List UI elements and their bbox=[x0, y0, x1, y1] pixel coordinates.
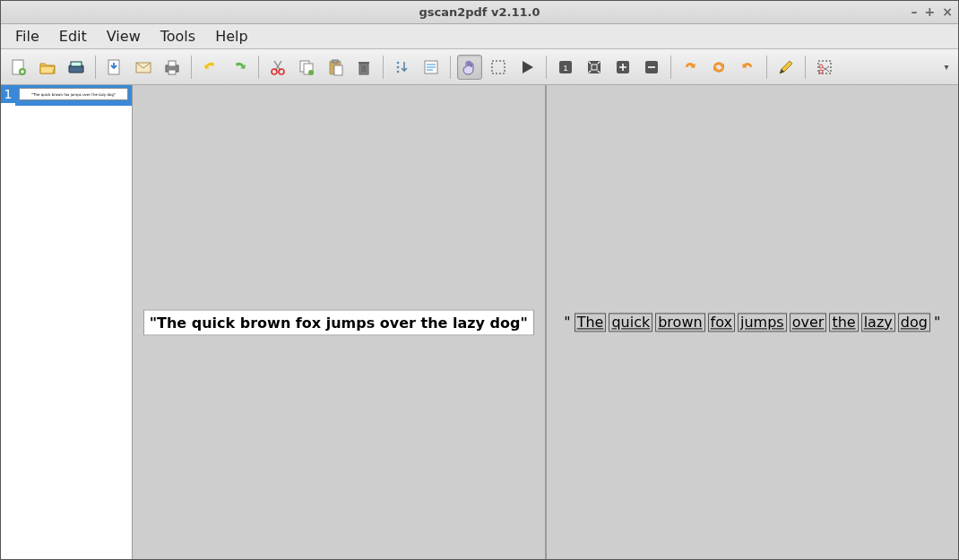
copy-button[interactable] bbox=[294, 55, 319, 80]
redo-button[interactable] bbox=[227, 55, 252, 80]
maximize-icon[interactable]: + bbox=[925, 4, 936, 19]
svg-point-32 bbox=[819, 65, 823, 68]
svg-point-19 bbox=[397, 61, 400, 64]
svg-point-10 bbox=[279, 69, 284, 74]
play-button[interactable] bbox=[514, 55, 540, 80]
scanned-page-text: "The quick brown fox jumps over the lazy… bbox=[143, 309, 534, 335]
view-area: "The quick brown fox jumps over the lazy… bbox=[133, 85, 958, 559]
ocr-view-pane[interactable]: " The quick brown fox jumps over the laz… bbox=[547, 85, 959, 559]
ocr-word[interactable]: brown bbox=[655, 313, 704, 332]
ocr-word[interactable]: the bbox=[829, 313, 858, 332]
svg-point-31 bbox=[819, 70, 823, 73]
ocr-word[interactable]: jumps bbox=[738, 313, 787, 332]
svg-rect-3 bbox=[71, 62, 82, 66]
thumbnail-pane[interactable]: 1 "The quick brown fox jumps over the la… bbox=[1, 85, 133, 559]
edit-button[interactable] bbox=[773, 55, 799, 80]
window-titlebar: gscan2pdf v2.11.0 – + × bbox=[1, 1, 958, 24]
scan-button[interactable] bbox=[64, 55, 89, 80]
minimize-icon[interactable]: – bbox=[911, 4, 918, 19]
menubar: File Edit View Tools Help bbox=[1, 24, 958, 49]
toolbar-overflow-icon[interactable]: ▾ bbox=[940, 62, 953, 72]
zoom-100-button[interactable]: 1 bbox=[553, 55, 578, 80]
menu-view[interactable]: View bbox=[98, 25, 150, 47]
main-area: 1 "The quick brown fox jumps over the la… bbox=[1, 85, 958, 559]
paste-button[interactable] bbox=[323, 55, 348, 80]
svg-rect-18 bbox=[359, 62, 369, 64]
ocr-word[interactable]: fox bbox=[708, 313, 735, 332]
zoom-fit-button[interactable] bbox=[582, 55, 607, 80]
new-button[interactable] bbox=[6, 55, 31, 80]
delete-button[interactable] bbox=[351, 55, 376, 80]
svg-point-21 bbox=[397, 70, 400, 73]
svg-rect-16 bbox=[334, 65, 342, 75]
svg-point-13 bbox=[308, 70, 314, 75]
renumber-button[interactable] bbox=[390, 55, 415, 80]
rotate-cw-button[interactable] bbox=[678, 55, 703, 80]
ocr-close-quote: " bbox=[933, 314, 941, 331]
thumbnail-image: "The quick brown fox jumps over the lazy… bbox=[15, 85, 132, 106]
print-button[interactable] bbox=[160, 55, 185, 80]
save-button[interactable] bbox=[102, 55, 127, 80]
image-view-pane[interactable]: "The quick brown fox jumps over the lazy… bbox=[133, 85, 547, 559]
ocr-text-line: " The quick brown fox jumps over the laz… bbox=[563, 313, 941, 332]
open-button[interactable] bbox=[35, 55, 60, 80]
selection-tool-button[interactable] bbox=[486, 55, 511, 80]
window-title: gscan2pdf v2.11.0 bbox=[419, 5, 540, 19]
crop-button[interactable] bbox=[812, 55, 837, 80]
svg-point-9 bbox=[272, 69, 277, 74]
svg-rect-8 bbox=[168, 70, 176, 74]
ocr-word[interactable]: The bbox=[575, 313, 607, 332]
svg-rect-23 bbox=[492, 61, 505, 73]
menu-tools[interactable]: Tools bbox=[151, 25, 204, 47]
svg-point-20 bbox=[397, 65, 400, 68]
thumbnail-number: 1 bbox=[1, 85, 15, 103]
ocr-word[interactable]: quick bbox=[609, 313, 652, 332]
menu-help[interactable]: Help bbox=[206, 25, 256, 47]
select-all-button[interactable] bbox=[419, 55, 444, 80]
toolbar: 1 ▾ bbox=[1, 49, 958, 85]
pan-tool-button[interactable] bbox=[457, 55, 482, 80]
ocr-open-quote: " bbox=[563, 314, 571, 331]
svg-rect-15 bbox=[333, 60, 338, 63]
email-button[interactable] bbox=[131, 55, 156, 80]
cut-button[interactable] bbox=[265, 55, 290, 80]
menu-file[interactable]: File bbox=[6, 25, 48, 47]
ocr-word[interactable]: over bbox=[790, 313, 827, 332]
thumbnail-preview-text: "The quick brown fox jumps over the lazy… bbox=[19, 88, 128, 100]
rotate-ccw-button[interactable] bbox=[735, 55, 760, 80]
svg-text:1: 1 bbox=[563, 64, 567, 73]
rotate-180-button[interactable] bbox=[706, 55, 731, 80]
svg-rect-7 bbox=[168, 61, 176, 66]
ocr-word[interactable]: lazy bbox=[861, 313, 895, 332]
menu-edit[interactable]: Edit bbox=[50, 25, 96, 47]
undo-button[interactable] bbox=[198, 55, 223, 80]
close-icon[interactable]: × bbox=[942, 4, 953, 19]
zoom-out-button[interactable] bbox=[639, 55, 664, 80]
thumbnail-item[interactable]: 1 "The quick brown fox jumps over the la… bbox=[1, 85, 132, 106]
zoom-in-button[interactable] bbox=[610, 55, 635, 80]
ocr-word[interactable]: dog bbox=[898, 313, 930, 332]
